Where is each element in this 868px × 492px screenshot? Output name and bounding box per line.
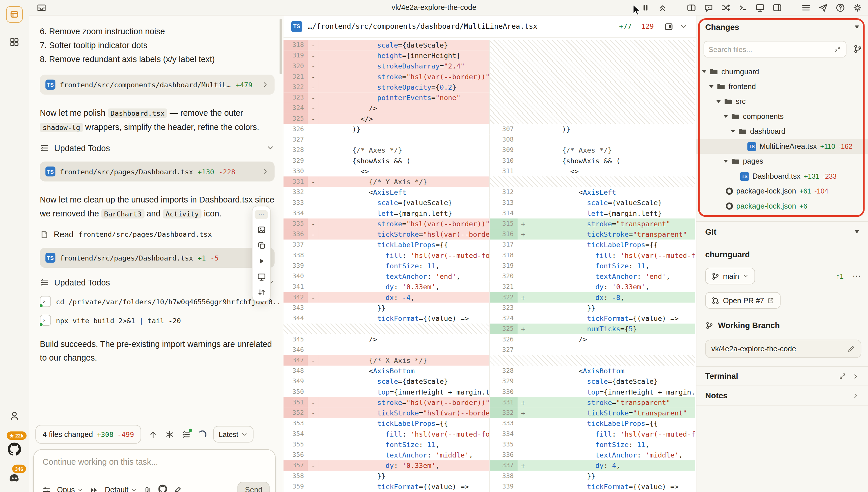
mode-dropdown[interactable]: Default <box>105 486 137 492</box>
layout-columns-icon[interactable] <box>686 3 697 13</box>
chevron-down-icon <box>709 85 713 88</box>
collapse-tree-icon[interactable] <box>834 45 842 53</box>
diff-view-toggle-icon[interactable] <box>664 21 674 31</box>
search-input[interactable] <box>709 45 830 53</box>
diff-row: 344 tickFormat={(value) =>324 tickFormat… <box>283 313 696 323</box>
typescript-file-icon: TS <box>291 21 302 32</box>
model-dropdown[interactable]: Opus <box>57 486 84 492</box>
additions-count: +1 <box>197 253 206 262</box>
notes-section-header[interactable]: Notes <box>697 386 868 405</box>
collapse-all-icon[interactable] <box>658 3 667 13</box>
grid-view-icon[interactable] <box>9 37 19 47</box>
diff-row: 323- pointerEvents="none" <box>283 92 696 103</box>
composer: Opus Default Send <box>33 449 276 492</box>
copy-icon[interactable] <box>257 241 266 250</box>
todos-status-icon[interactable] <box>182 429 191 439</box>
terminal-icon[interactable] <box>738 3 748 13</box>
tree-folder-row[interactable]: churnguard <box>697 64 868 79</box>
additions-count: +110 <box>820 143 835 150</box>
titlebar: vk/4e2a-explore-the-code <box>0 0 868 16</box>
more-options-icon[interactable]: ⋯ <box>255 210 268 219</box>
diff-row: 339 fontSize: 11,319 fontSize: 11, <box>283 261 696 271</box>
fast-forward-icon[interactable] <box>90 485 99 492</box>
more-options-icon[interactable]: ⋯ <box>852 271 862 281</box>
updated-todos-row[interactable]: Updated Todos <box>40 278 275 287</box>
account-icon[interactable] <box>9 411 20 421</box>
scroll-to-top-icon[interactable] <box>148 429 158 439</box>
folder-icon <box>724 97 732 106</box>
context-compact-icon[interactable] <box>165 429 174 439</box>
display-icon[interactable] <box>257 272 266 281</box>
share-icon[interactable] <box>818 3 828 13</box>
git-section-header[interactable]: Git <box>697 223 868 240</box>
read-file-row[interactable]: Read frontend/src/pages/Dashboard.tsx <box>40 229 275 239</box>
github-icon[interactable] <box>8 443 21 458</box>
compare-icon[interactable] <box>257 288 266 297</box>
tree-file-row[interactable]: package-lock.json+61-104 <box>697 183 868 198</box>
additions-count: +479 <box>236 80 252 89</box>
help-icon[interactable] <box>835 3 845 13</box>
tree-folder-row[interactable]: src <box>697 94 868 109</box>
diff-panel: TS …/frontend/src/components/dashboard/M… <box>283 16 696 492</box>
chevron-down-icon <box>855 230 859 233</box>
attachment-icon[interactable] <box>143 485 153 492</box>
deletions-count: -228 <box>218 167 235 176</box>
file-tree-toggle-icon[interactable] <box>853 44 863 54</box>
diff-row: 327308 <box>283 134 696 145</box>
tree-file-row[interactable]: TSMultiLineArea.tsx+110-162 <box>697 139 868 154</box>
edit-pencil-icon[interactable] <box>847 345 855 353</box>
diff-row: 345 />326 /> <box>283 334 696 345</box>
discord-icon[interactable] <box>8 473 21 486</box>
settings-gear-icon[interactable] <box>852 3 863 13</box>
chevron-down-icon <box>266 144 275 152</box>
working-branch-field[interactable]: vk/4e2a-explore-the-code <box>705 340 861 358</box>
workspace-icon[interactable] <box>6 6 23 23</box>
updated-todos-row[interactable]: Updated Todos <box>40 143 275 153</box>
file-change-chip[interactable]: TS frontend/src/pages/Dashboard.tsx +130… <box>40 162 275 181</box>
diff-row: 319- height={innerHeight} <box>283 50 696 61</box>
chevron-down-icon[interactable] <box>679 22 688 31</box>
tree-folder-row[interactable]: pages <box>697 154 868 169</box>
file-change-chip[interactable]: TS frontend/src/pages/Dashboard.tsx +1 -… <box>40 248 275 268</box>
working-spinner <box>198 429 207 439</box>
settings-sliders-icon[interactable] <box>42 485 51 492</box>
file-change-chip[interactable]: TS frontend/src/components/dashboard/Mul… <box>40 75 275 95</box>
latest-dropdown[interactable]: Latest <box>213 426 254 442</box>
branch-selector[interactable]: main <box>705 268 755 284</box>
chat-scrollbar[interactable] <box>280 19 282 74</box>
diff-row: 338 fill: 'hsl(var(--muted-foreground))'… <box>283 250 696 261</box>
pause-icon[interactable] <box>640 3 650 13</box>
shuffle-icon[interactable] <box>721 3 731 13</box>
chat-activity-icon[interactable] <box>704 3 713 13</box>
run-icon[interactable] <box>256 256 266 266</box>
menu-icon[interactable] <box>801 3 811 13</box>
files-changed-chip[interactable]: 4 files changed +308 -499 <box>36 425 141 444</box>
tree-folder-row[interactable]: dashboard <box>697 124 868 139</box>
diff-row: 349 scale={dateScale}329 scale={dateScal… <box>283 376 696 387</box>
tree-folder-row[interactable]: frontend <box>697 79 868 94</box>
terminal-command-row[interactable]: >_ npx vite build 2>&1 | tail -20 <box>40 315 279 326</box>
diff-row: 329 {showAxis && (310 {showAxis && ( <box>283 155 696 166</box>
pen-icon[interactable] <box>173 485 182 492</box>
composer-input[interactable] <box>43 457 259 466</box>
open-pr-button[interactable]: Open PR #7 <box>705 292 781 309</box>
diff-row: 348 <AxisBottom328 <AxisBottom <box>283 366 696 376</box>
expand-icon[interactable] <box>839 372 846 380</box>
send-button[interactable]: Send <box>238 482 270 492</box>
sidebar-right-icon[interactable] <box>772 3 782 13</box>
terminal-section-header[interactable]: Terminal <box>697 367 868 386</box>
package-lock-icon <box>726 188 733 195</box>
tree-file-row[interactable]: package-lock.json+6 <box>697 199 868 214</box>
diff-row: 324- /> <box>283 103 696 114</box>
hover-action-toolbar: ⋯ <box>252 206 271 301</box>
changes-section-header[interactable]: Changes <box>697 20 868 34</box>
chevron-right-icon <box>852 372 859 380</box>
tree-file-row[interactable]: TSDashboard.tsx+131-233 <box>697 169 868 183</box>
screenshot-icon[interactable] <box>257 225 266 235</box>
display-icon[interactable] <box>755 3 765 13</box>
diff-row: 322- strokeOpacity={0.2} <box>283 82 696 92</box>
github-icon[interactable] <box>158 485 167 492</box>
diff-body: 318- scale={dateScale}319- height={inner… <box>283 38 696 492</box>
terminal-command-row[interactable]: >_ cd /private/var/folders/10/h7w0q46556… <box>40 296 279 307</box>
tree-folder-row[interactable]: components <box>697 109 868 124</box>
